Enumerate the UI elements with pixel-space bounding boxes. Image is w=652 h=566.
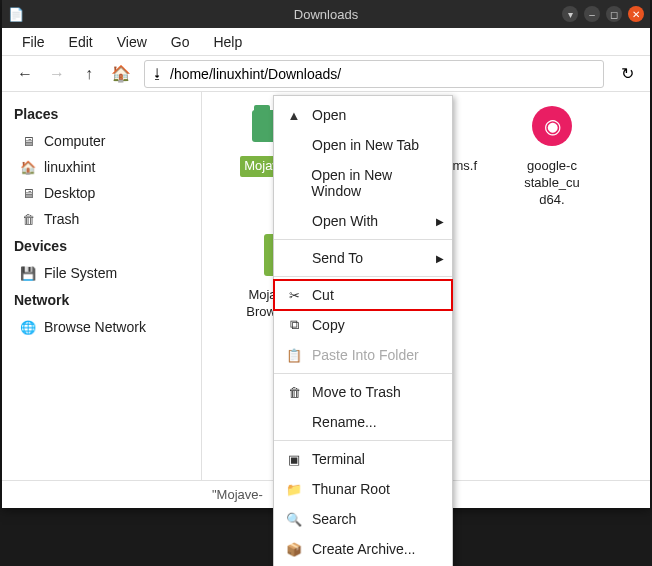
- archive-icon: 📦: [286, 542, 302, 557]
- open-icon: ▲: [286, 108, 302, 123]
- cm-label: Copy: [312, 317, 345, 333]
- menu-edit[interactable]: Edit: [57, 30, 105, 54]
- minimize-button[interactable]: ▾: [562, 6, 578, 22]
- reload-button[interactable]: ↻: [612, 60, 642, 88]
- submenu-arrow-icon: ▶: [436, 253, 444, 264]
- computer-icon: 🖥: [20, 134, 36, 149]
- cm-rename[interactable]: Rename...: [274, 407, 452, 437]
- sidebar-item-label: Desktop: [44, 185, 95, 201]
- cm-cut[interactable]: ✂Cut: [274, 280, 452, 310]
- forward-button[interactable]: →: [42, 60, 72, 88]
- cm-open-new-window[interactable]: Open in New Window: [274, 160, 452, 206]
- cm-label: Open in New Window: [311, 167, 440, 199]
- home-button[interactable]: 🏠: [106, 60, 136, 88]
- sidebar: Places 🖥Computer 🏠linuxhint 🖥Desktop 🗑Tr…: [2, 92, 202, 480]
- sidebar-item-home[interactable]: 🏠linuxhint: [2, 154, 201, 180]
- menubar: File Edit View Go Help: [2, 28, 650, 56]
- folder-icon: 📁: [286, 482, 302, 497]
- section-network: Network: [2, 286, 201, 314]
- cm-open-new-tab[interactable]: Open in New Tab: [274, 130, 452, 160]
- sidebar-item-trash[interactable]: 🗑Trash: [2, 206, 201, 232]
- menu-file[interactable]: File: [10, 30, 57, 54]
- window-title: Downloads: [294, 7, 358, 22]
- menu-help[interactable]: Help: [201, 30, 254, 54]
- download-icon: ⭳: [151, 66, 164, 81]
- trash-icon: 🗑: [286, 385, 302, 400]
- file-item[interactable]: ◉ google-cstable_cud64.: [492, 102, 612, 211]
- cm-paste-into-folder: 📋Paste Into Folder: [274, 340, 452, 370]
- menu-go[interactable]: Go: [159, 30, 202, 54]
- sidebar-item-label: linuxhint: [44, 159, 95, 175]
- sidebar-item-computer[interactable]: 🖥Computer: [2, 128, 201, 154]
- trash-icon: 🗑: [20, 212, 36, 227]
- sidebar-item-browse-network[interactable]: 🌐Browse Network: [2, 314, 201, 340]
- cm-label: Search: [312, 511, 356, 527]
- cm-open[interactable]: ▲Open: [274, 100, 452, 130]
- cm-open-with[interactable]: Open With▶: [274, 206, 452, 236]
- terminal-icon: ▣: [286, 452, 302, 467]
- sidebar-item-label: Trash: [44, 211, 79, 227]
- cm-label: Move to Trash: [312, 384, 401, 400]
- sidebar-item-label: Browse Network: [44, 319, 146, 335]
- cm-label: Paste Into Folder: [312, 347, 419, 363]
- toolbar: ← → ↑ 🏠 ⭳ ↻: [2, 56, 650, 92]
- minimize2-button[interactable]: –: [584, 6, 600, 22]
- chrome-icon: ◉: [528, 102, 576, 150]
- titlebar: 📄 Downloads ▾ – ◻ ✕: [2, 0, 650, 28]
- cm-label: Open: [312, 107, 346, 123]
- status-text: "Mojave-: [212, 487, 263, 502]
- cm-search[interactable]: 🔍Search: [274, 504, 452, 534]
- section-places: Places: [2, 100, 201, 128]
- maximize-button[interactable]: ◻: [606, 6, 622, 22]
- section-devices: Devices: [2, 232, 201, 260]
- back-button[interactable]: ←: [10, 60, 40, 88]
- cm-label: Rename...: [312, 414, 377, 430]
- cm-label: Send To: [312, 250, 363, 266]
- up-button[interactable]: ↑: [74, 60, 104, 88]
- sidebar-item-filesystem[interactable]: 💾File System: [2, 260, 201, 286]
- pathbar[interactable]: ⭳: [144, 60, 604, 88]
- cm-copy[interactable]: ⧉Copy: [274, 310, 452, 340]
- separator: [274, 276, 452, 277]
- cm-create-archive[interactable]: 📦Create Archive...: [274, 534, 452, 564]
- cm-label: Open in New Tab: [312, 137, 419, 153]
- cm-terminal[interactable]: ▣Terminal: [274, 444, 452, 474]
- copy-icon: ⧉: [286, 317, 302, 333]
- sidebar-item-desktop[interactable]: 🖥Desktop: [2, 180, 201, 206]
- menu-view[interactable]: View: [105, 30, 159, 54]
- separator: [274, 373, 452, 374]
- network-icon: 🌐: [20, 320, 36, 335]
- desktop-icon: 🖥: [20, 186, 36, 201]
- window-controls: ▾ – ◻ ✕: [562, 6, 644, 22]
- cm-label: Thunar Root: [312, 481, 390, 497]
- file-label: google-cstable_cud64.: [520, 156, 584, 211]
- separator: [274, 440, 452, 441]
- open-file-icon: 📄: [8, 7, 24, 22]
- cm-label: Create Archive...: [312, 541, 416, 557]
- submenu-arrow-icon: ▶: [436, 216, 444, 227]
- cm-label: Cut: [312, 287, 334, 303]
- context-menu: ▲Open Open in New Tab Open in New Window…: [273, 95, 453, 566]
- close-button[interactable]: ✕: [628, 6, 644, 22]
- home-icon: 🏠: [20, 160, 36, 175]
- path-input[interactable]: [170, 66, 597, 82]
- cm-thunar-root[interactable]: 📁Thunar Root: [274, 474, 452, 504]
- sidebar-item-label: File System: [44, 265, 117, 281]
- cut-icon: ✂: [286, 288, 302, 303]
- search-icon: 🔍: [286, 512, 302, 527]
- paste-icon: 📋: [286, 348, 302, 363]
- disk-icon: 💾: [20, 266, 36, 281]
- cm-send-to[interactable]: Send To▶: [274, 243, 452, 273]
- cm-label: Terminal: [312, 451, 365, 467]
- cm-label: Open With: [312, 213, 378, 229]
- cm-move-to-trash[interactable]: 🗑Move to Trash: [274, 377, 452, 407]
- separator: [274, 239, 452, 240]
- sidebar-item-label: Computer: [44, 133, 105, 149]
